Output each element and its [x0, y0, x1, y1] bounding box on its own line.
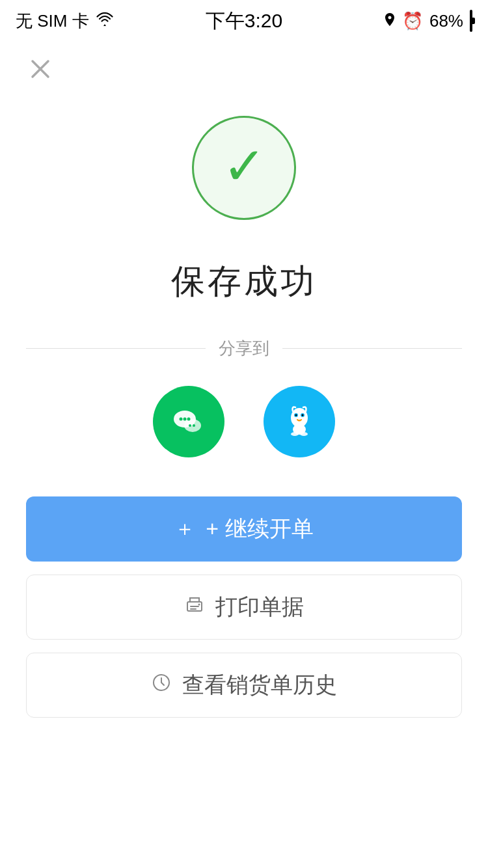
svg-rect-18 — [190, 606, 199, 607]
no-sim-text: 无 SIM 卡 — [16, 10, 89, 33]
print-button[interactable]: 打印单据 — [26, 575, 462, 640]
svg-point-16 — [300, 432, 308, 436]
plus-icon: ＋ — [174, 515, 195, 543]
share-divider: 分享到 — [26, 337, 462, 360]
battery-icon — [470, 11, 472, 31]
battery-percentage: 68% — [429, 11, 463, 31]
svg-point-14 — [302, 414, 304, 416]
location-icon — [384, 11, 396, 31]
success-circle: ✓ — [192, 116, 296, 220]
status-time: 下午3:20 — [206, 8, 282, 34]
status-bar: 无 SIM 卡 下午3:20 ⏰ 68% — [0, 0, 488, 42]
close-button[interactable] — [26, 55, 55, 83]
svg-point-15 — [291, 432, 299, 436]
qq-share-button[interactable] — [264, 386, 335, 457]
wechat-share-button[interactable] — [153, 386, 224, 457]
print-label: 打印单据 — [215, 592, 304, 622]
svg-point-20 — [198, 604, 200, 606]
status-right: ⏰ 68% — [384, 11, 472, 31]
close-button-row — [0, 42, 488, 96]
svg-rect-19 — [190, 608, 197, 610]
divider-line-left — [26, 348, 206, 349]
action-buttons: ＋ + 继续开单 打印单据 查看销货单历史 — [26, 496, 462, 718]
svg-point-13 — [295, 414, 297, 416]
history-icon — [151, 672, 172, 698]
share-label: 分享到 — [206, 337, 282, 360]
checkmark-icon: ✓ — [223, 141, 266, 193]
history-button[interactable]: 查看销货单历史 — [26, 653, 462, 718]
main-content: ✓ 保存成功 分享到 — [0, 96, 488, 718]
print-icon — [184, 594, 205, 620]
svg-point-7 — [189, 424, 191, 427]
history-label: 查看销货单历史 — [182, 670, 337, 700]
divider-line-right — [282, 348, 462, 349]
svg-point-6 — [187, 418, 191, 421]
share-icons-row — [153, 386, 335, 457]
wifi-icon — [96, 11, 114, 31]
svg-point-5 — [183, 418, 187, 421]
success-title: 保存成功 — [171, 259, 317, 305]
svg-point-8 — [193, 424, 195, 427]
continue-label: + 继续开单 — [206, 514, 313, 544]
continue-button[interactable]: ＋ + 继续开单 — [26, 496, 462, 562]
alarm-icon: ⏰ — [402, 11, 423, 31]
status-left: 无 SIM 卡 — [16, 10, 114, 33]
svg-point-4 — [180, 418, 183, 421]
